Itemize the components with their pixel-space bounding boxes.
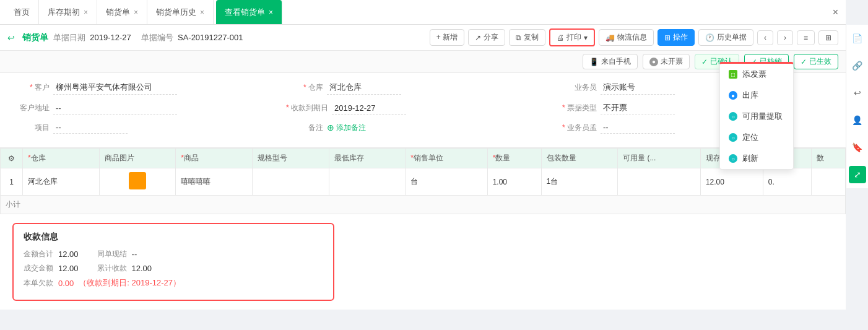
same-order-field: 同单现结 --	[97, 249, 137, 259]
warehouse-label: 仓库	[286, 82, 323, 93]
print-icon: 🖨	[557, 33, 564, 42]
date-label: 单据日期 2019-12-27	[53, 32, 131, 43]
customer-value[interactable]: 柳州粤港平安气体有限公司	[53, 80, 177, 95]
row-amount	[811, 168, 845, 196]
form-row-1: 客户 柳州粤港平安气体有限公司 仓库 河北仓库 业务员 演示账号	[12, 80, 833, 95]
from-phone-button[interactable]: 📱 来自手机	[583, 54, 638, 69]
balance-note: （收款到期日: 2019-12-27）	[79, 277, 181, 289]
row-min-stock	[329, 168, 406, 196]
bottom-section: 收款信息 金额合计 12.00 同单现结 -- 成交金额 12.00 累计收款	[0, 214, 846, 310]
tab-close-view[interactable]: ×	[269, 8, 273, 17]
copy-button[interactable]: ⧉ 复制	[509, 29, 545, 46]
payment-info: 收款信息 金额合计 12.00 同单现结 -- 成交金额 12.00 累计收款	[12, 223, 334, 301]
total-value: 12.00	[58, 250, 79, 259]
col-gear: ⚙	[1, 149, 23, 168]
copy-icon: ⧉	[516, 33, 521, 42]
history-button[interactable]: 🕐 历史单据	[698, 29, 753, 46]
nav-next-button[interactable]: ›	[777, 30, 793, 45]
tab-home[interactable]: 首页	[5, 0, 39, 24]
not-open-ticket-button[interactable]: ● 未开票	[643, 54, 690, 69]
doc-title-area: ↩ 销货单 单据日期 2019-12-27 单据编号 SA-20191227-0…	[7, 32, 426, 43]
customer-field: 客户 柳州粤港平安气体有限公司	[12, 80, 286, 95]
staff-value: 演示账号	[601, 80, 675, 95]
outbound-item[interactable]: ● 出库	[720, 85, 793, 106]
due-date-field: 收款到期日 2019-12-27	[286, 102, 560, 115]
refresh-icon: ○	[729, 154, 737, 163]
sidebar-expand-icon[interactable]: ⤢	[849, 166, 866, 183]
tab-inventory-init[interactable]: 库存期初 ×	[39, 0, 97, 24]
sidebar-doc-icon[interactable]: 📄	[849, 30, 866, 47]
main-close-button[interactable]: ×	[833, 7, 838, 18]
add-invoice-item[interactable]: □ 添发票	[720, 64, 793, 85]
sidebar-user-icon[interactable]: 👤	[849, 111, 866, 129]
available-extract-item[interactable]: ○ 可用量提取	[720, 106, 793, 127]
table-header-row: ⚙ *仓库 商品图片 *商品 规格型号 最低库存 *销售单位 *数量	[1, 149, 846, 168]
address-value[interactable]: --	[53, 102, 177, 115]
doc-no-value: SA-20191227-001	[178, 33, 243, 42]
tab-close-sales[interactable]: ×	[134, 8, 138, 17]
same-order-value: --	[132, 250, 137, 259]
invoice-type-value: 不开票	[601, 101, 675, 115]
staff-label: 业务员	[560, 82, 597, 93]
operations-button[interactable]: ⊞ 操作	[658, 29, 695, 46]
right-sidebar: 📄 🔗 ↩ 👤 🔖 ⤢	[846, 25, 868, 188]
print-button[interactable]: 🖨 打印 ▾	[549, 28, 595, 46]
col-unit: *销售单位	[406, 149, 488, 168]
tab-sales-history[interactable]: 销货单历史 ×	[147, 0, 214, 24]
col-product: *商品	[176, 149, 253, 168]
warehouse-field: 仓库 河北仓库	[286, 80, 560, 95]
effective-button[interactable]: ✓ 已生效	[794, 54, 838, 69]
due-date-value[interactable]: 2019-12-27	[332, 102, 406, 115]
sidebar-bookmark-icon[interactable]: 🔖	[849, 139, 866, 156]
col-available: 可用量 (...	[618, 149, 701, 168]
nav-prev-button[interactable]: ‹	[757, 30, 773, 45]
view-list-button[interactable]: ≡	[797, 30, 815, 45]
project-value: --	[53, 121, 128, 134]
row-qty: 1.00	[487, 168, 541, 196]
customer-label: 客户	[12, 82, 50, 93]
deal-amount-field: 成交金额 12.00	[24, 263, 79, 274]
subtotal-label: 小计	[1, 196, 846, 214]
row-price: 0.	[763, 168, 811, 196]
doc-icon: ↩	[7, 33, 15, 43]
main-toolbar: ↩ 销货单 单据日期 2019-12-27 单据编号 SA-20191227-0…	[0, 25, 846, 51]
col-spec: 规格型号	[252, 149, 329, 168]
address-label: 客户地址	[12, 103, 50, 113]
table-row: 1 河北仓库 嘻嘻嘻嘻 台 1.00 1台 12.00 0.	[1, 168, 846, 196]
tab-sales-order[interactable]: 销货单 ×	[97, 0, 147, 24]
warehouse-value[interactable]: 河北仓库	[327, 80, 401, 95]
col-amount: 数	[811, 149, 845, 168]
share-button[interactable]: ↗ 分享	[468, 29, 505, 46]
deal-amount-value: 12.00	[58, 264, 79, 273]
add-invoice-icon: □	[729, 70, 737, 79]
logistics-icon: 🚚	[605, 33, 615, 42]
product-image	[129, 172, 146, 189]
confirmed-icon: ✓	[701, 58, 708, 66]
col-warehouse: *仓库	[23, 149, 100, 168]
doc-no-area: 单据编号 SA-20191227-001	[141, 32, 243, 43]
ops-icon: ⊞	[664, 33, 671, 42]
tab-close-history[interactable]: ×	[200, 8, 204, 17]
locate-item[interactable]: ○ 定位	[720, 127, 793, 148]
payment-row-1: 金额合计 12.00 同单现结 --	[24, 249, 323, 259]
history-icon: 🕐	[705, 33, 714, 42]
sidebar-link-icon[interactable]: 🔗	[849, 57, 866, 74]
form-row-2: 客户地址 -- 收款到期日 2019-12-27 票据类型 不开票	[12, 101, 833, 115]
available-extract-icon: ○	[729, 112, 737, 121]
add-note-button[interactable]: ⊕ 添加备注	[327, 123, 366, 133]
refresh-item[interactable]: ○ 刷新	[720, 148, 793, 169]
form-row-3: 项目 -- 备注 ⊕ 添加备注 业务员孟 --	[12, 121, 833, 134]
tab-close-inventory[interactable]: ×	[84, 8, 88, 17]
balance-value: 0.00	[58, 279, 74, 288]
subtotal-row: 小计	[1, 196, 846, 214]
sidebar-return-icon[interactable]: ↩	[849, 84, 866, 102]
row-img	[99, 168, 176, 196]
project-label: 项目	[12, 123, 50, 133]
address-field: 客户地址 --	[12, 102, 286, 115]
col-qty: *数量	[487, 149, 541, 168]
tab-view-sales[interactable]: 查看销货单 ×	[216, 0, 282, 24]
view-grid-button[interactable]: ⊞	[818, 30, 838, 45]
logistics-button[interactable]: 🚚 物流信息	[599, 29, 654, 46]
new-button[interactable]: + 新增	[430, 29, 464, 46]
note-label: 备注	[286, 123, 323, 133]
